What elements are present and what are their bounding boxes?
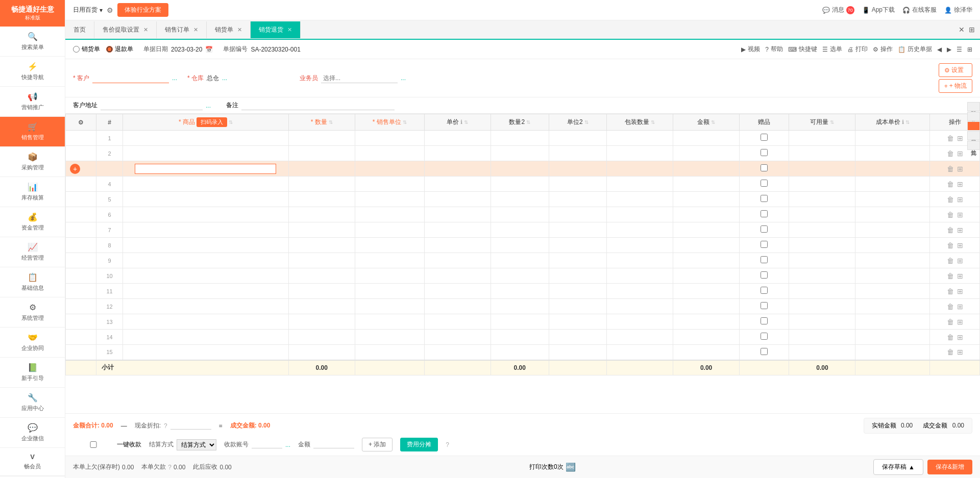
logistics-btn[interactable]: + + 物流 — [939, 79, 972, 93]
copy-13[interactable]: ⊞ — [957, 318, 963, 326]
del-7[interactable]: 🗑 — [947, 226, 954, 234]
sales-radio-input[interactable] — [73, 46, 80, 53]
r4-product[interactable] — [123, 177, 289, 192]
copy-15[interactable]: ⊞ — [957, 348, 963, 356]
copy-7[interactable]: ⊞ — [957, 226, 963, 234]
app-logo[interactable]: 畅捷通好生意 标准版 — [0, 0, 65, 27]
select-btn[interactable]: ☰ 选单 — [822, 45, 842, 54]
sort-unit2-icon[interactable]: ⇅ — [584, 119, 589, 125]
gift-cb-11[interactable] — [761, 287, 768, 294]
one-click-checkbox[interactable] — [73, 441, 114, 448]
close-all-tabs-btn[interactable]: ✕ — [959, 26, 965, 34]
row-unit2-3[interactable] — [549, 161, 607, 177]
del-6[interactable]: 🗑 — [947, 211, 954, 219]
sort-amount-icon[interactable]: ⇅ — [711, 119, 715, 125]
sidebar-item-inventory[interactable]: 📊 库存核算 — [0, 177, 65, 207]
account-dots[interactable]: ... — [285, 441, 290, 448]
sidebar-item-basic[interactable]: 📋 基础信息 — [0, 267, 65, 297]
expense-split-btn[interactable]: 费用分摊 — [400, 438, 438, 451]
history-btn[interactable]: 📋 历史单据 — [898, 45, 932, 54]
warehouse-dots[interactable]: ... — [222, 74, 227, 82]
row-gift-1[interactable] — [740, 131, 789, 146]
amount-input[interactable] — [313, 441, 354, 448]
sort-qty2-icon[interactable]: ⇅ — [526, 119, 530, 125]
gear-icon[interactable]: ⚙ — [107, 6, 113, 14]
price-info-icon[interactable]: ℹ — [460, 119, 462, 125]
copy-row-1-icon[interactable]: ⊞ — [957, 134, 963, 142]
row-qty-1[interactable] — [288, 131, 355, 146]
nav-prev-btn[interactable]: ◀ — [937, 46, 942, 53]
gift-cb-15[interactable] — [761, 348, 768, 355]
del-10[interactable]: 🗑 — [947, 272, 954, 280]
copy-5[interactable]: ⊞ — [957, 195, 963, 204]
gift-cb-4[interactable] — [761, 180, 768, 187]
shortcut-btn[interactable]: ⌨ 快捷键 — [788, 45, 817, 54]
sidebar-item-operation[interactable]: 📈 经营管理 — [0, 237, 65, 267]
tab-home[interactable]: 首页 — [65, 21, 94, 38]
experience-btn[interactable]: 体验行业方案 — [117, 3, 168, 17]
row-qty2-2[interactable] — [491, 146, 549, 161]
del-12[interactable]: 🗑 — [947, 303, 954, 311]
row-pkg-1[interactable] — [607, 131, 673, 146]
settings-btn[interactable]: ⚙ 设置 — [939, 63, 972, 77]
copy-8[interactable]: ⊞ — [957, 241, 963, 249]
sort-product-icon[interactable]: ⇅ — [229, 119, 233, 125]
row-pkg-2[interactable] — [607, 146, 673, 161]
copy-11[interactable]: ⊞ — [957, 287, 963, 295]
expense-question-icon[interactable]: ? — [446, 441, 449, 448]
nav-selector[interactable]: 日用百货 ▾ — [73, 6, 103, 14]
del-15[interactable]: 🗑 — [947, 348, 954, 356]
del-8[interactable]: 🗑 — [947, 241, 954, 249]
row-avail-2[interactable] — [789, 146, 855, 161]
save-new-btn[interactable]: 保存&新增 — [927, 460, 972, 474]
row-unit2-1[interactable] — [549, 131, 607, 146]
gift-cb-6[interactable] — [761, 210, 768, 217]
close-tab-price-icon[interactable]: ✕ — [143, 27, 148, 33]
gift-cb-5[interactable] — [761, 195, 768, 202]
question-icon[interactable]: ? — [164, 422, 167, 430]
sidebar-item-search[interactable]: 🔍 搜索菜单 — [0, 27, 65, 57]
row-cost-3[interactable] — [855, 161, 930, 177]
gift-cb-13[interactable] — [761, 317, 768, 324]
gift-cb-8[interactable] — [761, 241, 768, 248]
row-amount-1[interactable] — [673, 131, 740, 146]
scan-btn[interactable]: 扫码录入 — [197, 117, 227, 127]
row-gift-2[interactable] — [740, 146, 789, 161]
sort-avail-icon[interactable]: ⇅ — [830, 119, 834, 125]
online-service-item[interactable]: 🎧 在线客服 — [902, 6, 937, 14]
del-13[interactable]: 🗑 — [947, 318, 954, 326]
settings-col-icon[interactable]: ⚙ — [78, 119, 84, 126]
video-btn[interactable]: ▶ 视频 — [741, 45, 760, 54]
row-cost-1[interactable] — [855, 131, 930, 146]
maximize-btn[interactable]: ⊞ — [969, 26, 975, 34]
row-amount-2[interactable] — [673, 146, 740, 161]
sidebar-item-enterprise[interactable]: 🤝 企业协同 — [0, 328, 65, 358]
account-input[interactable] — [252, 441, 282, 448]
gift-cb-14[interactable] — [761, 333, 768, 340]
calendar-icon[interactable]: 📅 — [205, 46, 213, 53]
row-price-3[interactable] — [425, 161, 491, 177]
row-qty2-1[interactable] — [491, 131, 549, 146]
copy-4[interactable]: ⊞ — [957, 180, 963, 188]
message-item[interactable]: 💬 消息 70 — [822, 6, 854, 14]
address-input[interactable] — [101, 100, 203, 110]
copy-9[interactable]: ⊞ — [957, 257, 963, 265]
customer-dots[interactable]: ... — [172, 74, 177, 82]
delete-row-3-icon[interactable]: 🗑 — [947, 165, 954, 173]
close-tab-order-icon[interactable]: ✕ — [193, 27, 198, 33]
user-item[interactable]: 👤 徐泽华 — [944, 6, 972, 14]
row-product-2[interactable] — [123, 146, 289, 161]
row-gift-3[interactable] — [740, 161, 789, 177]
gift-checkbox-2[interactable] — [761, 149, 768, 156]
operation-btn[interactable]: ⚙ 操作 — [873, 45, 893, 54]
row-qty-2[interactable] — [288, 146, 355, 161]
print-btn[interactable]: 🖨 打印 — [847, 45, 868, 54]
note-input[interactable] — [241, 100, 395, 110]
close-tab-return-icon[interactable]: ✕ — [287, 27, 292, 33]
gift-cb-9[interactable] — [761, 256, 768, 263]
del-5[interactable]: 🗑 — [947, 195, 954, 204]
gift-cb-7[interactable] — [761, 225, 768, 233]
row-avail-1[interactable] — [789, 131, 855, 146]
tab-sales-return[interactable]: 销货退货 ✕ — [251, 21, 301, 38]
sort-qty-icon[interactable]: ⇅ — [329, 119, 333, 125]
